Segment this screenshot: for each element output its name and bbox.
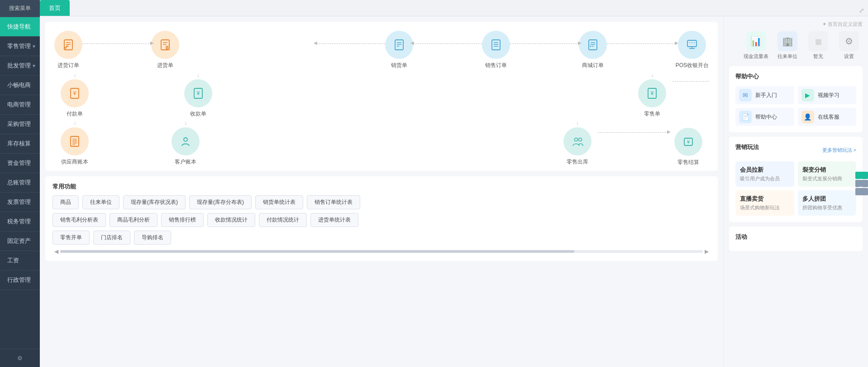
- quicknav-contacts[interactable]: 🏢 往来单位: [776, 31, 799, 60]
- func-btn-stock-status[interactable]: 现存量(库存状况表): [123, 195, 186, 209]
- chevron-icon: ▼: [32, 63, 36, 68]
- flow-label-sales: 销货单: [391, 62, 407, 69]
- scroll-right-btn[interactable]: ▶: [703, 248, 711, 255]
- expand-icon[interactable]: ⤢: [855, 5, 868, 16]
- flow-label-purchase-order: 进货订单: [57, 62, 79, 69]
- flow-label-sales-order: 销售订单: [485, 62, 507, 69]
- sidebar-item-ecommerce[interactable]: 电商管理: [0, 95, 40, 115]
- flow-circle-shop-order[interactable]: [579, 31, 607, 59]
- quicknav-row: 📊 现金流量表 🏢 往来单位 ▦ 暂无 ⚙ 设置: [729, 31, 863, 60]
- help-video-label: 视频学习: [818, 92, 839, 99]
- flow-card: 进货订单 进货单: [45, 22, 718, 171]
- flow-circle-sales[interactable]: [385, 31, 413, 59]
- scrollbar-row: ◀ ▶: [52, 248, 711, 255]
- svg-text:¥: ¥: [196, 90, 200, 97]
- func-btn-profit-analysis[interactable]: 销售毛利分析表: [52, 213, 106, 227]
- svg-text:¥: ¥: [687, 139, 690, 145]
- float-btn-community[interactable]: 服务社区: [855, 180, 868, 187]
- flow-circle-sales-order[interactable]: [482, 31, 510, 59]
- main-area: 首页 ⤢ 进货订单: [40, 0, 868, 367]
- search-menu-button[interactable]: 搜索菜单: [0, 0, 40, 17]
- flow-circle-retail[interactable]: ¥: [638, 79, 666, 107]
- sidebar-item-tax[interactable]: 税务管理: [0, 212, 40, 232]
- sidebar-item-finance[interactable]: 资金管理: [0, 154, 40, 173]
- sidebar-item-wholesale[interactable]: 批发管理 ▼: [0, 56, 40, 76]
- func-btn-order-stat[interactable]: 销售订单统计表: [307, 195, 360, 209]
- flow-circle-pos[interactable]: [678, 31, 706, 59]
- sidebar-item-payroll[interactable]: 工资: [0, 251, 40, 270]
- flow-circle-payment[interactable]: ¥: [61, 79, 89, 107]
- func-btn-sales-rank[interactable]: 销售排行榜: [161, 213, 204, 227]
- func-btn-payment-stat[interactable]: 付款情况统计: [259, 213, 307, 227]
- float-btn-hotline[interactable]: 客服热线: [855, 172, 868, 179]
- tab-bar: 首页 ⤢: [40, 0, 868, 16]
- quicknav-cashflow[interactable]: 📊 现金流量表: [744, 31, 768, 60]
- sidebar-item-purchase[interactable]: 采购管理: [0, 115, 40, 134]
- flow-arrow-2: [316, 43, 385, 44]
- tab-home[interactable]: 首页: [40, 0, 70, 16]
- center-panel: 进货订单 进货单: [40, 16, 723, 367]
- svg-rect-12: [492, 40, 500, 50]
- sidebar-item-inventory[interactable]: 库存核算: [0, 134, 40, 154]
- flow-circle-supplier[interactable]: [61, 127, 89, 155]
- marketing-item-member[interactable]: 会员拉新 吸引用户成为会员: [735, 161, 794, 187]
- flow-node-pos: POS收银开台: [676, 31, 709, 69]
- svg-text:¥: ¥: [73, 90, 76, 97]
- quicknav-settings[interactable]: ⚙ 设置: [837, 31, 861, 60]
- func-btn-goods[interactable]: 商品: [52, 195, 79, 209]
- marketing-grid: 会员拉新 吸引用户成为会员 裂变分销 裂变式发展分销商 直播卖货 场景式购物新玩…: [735, 161, 856, 216]
- func-btn-sales-stat[interactable]: 销货单统计表: [255, 195, 303, 209]
- scroll-left-btn[interactable]: ◀: [52, 248, 60, 255]
- help-item-service[interactable]: 👤 在线客服: [798, 108, 857, 126]
- flow-circle-customer[interactable]: [172, 127, 200, 155]
- marketing-item-live[interactable]: 直播卖货 场景式购物新玩法: [735, 190, 794, 216]
- marketing-more-link[interactable]: 更多营销玩法 >: [822, 147, 856, 154]
- marketing-live-desc: 场景式购物新玩法: [740, 204, 790, 211]
- func-btn-retail-order[interactable]: 零售开单: [52, 231, 90, 245]
- settings-icon: ⚙: [839, 31, 859, 51]
- help-item-beginner[interactable]: ✉ 新手入门: [735, 86, 794, 104]
- homepage-settings-link[interactable]: ✦ 首页自定义设置: [729, 21, 863, 28]
- help-item-video[interactable]: ▶ 视频学习: [798, 86, 857, 104]
- help-doc-icon: 📄: [739, 111, 752, 123]
- sidebar-item-ecommerce-small[interactable]: 小畅电商: [0, 76, 40, 95]
- func-btn-receipt-stat[interactable]: 收款情况统计: [207, 213, 255, 227]
- sidebar-item-admin[interactable]: 行政管理: [0, 270, 40, 290]
- flow-node-purchase-order: 进货订单: [54, 31, 82, 69]
- svg-text:¥: ¥: [650, 90, 654, 97]
- flow-circle-purchase[interactable]: [151, 31, 179, 59]
- marketing-item-group[interactable]: 多人拼团 拼团购物享受优惠: [798, 190, 857, 216]
- func-btn-purchase-stat[interactable]: 进货单统计表: [310, 213, 358, 227]
- flow-circle-purchase-order[interactable]: [54, 31, 82, 59]
- sidebar-item-assets[interactable]: 固定资产: [0, 232, 40, 251]
- flow-node-sales-order: 销售订单: [482, 31, 510, 69]
- func-btn-guide-rank[interactable]: 导购排名: [134, 231, 171, 245]
- svg-rect-33: [71, 136, 79, 146]
- gear-icon: ⚙: [17, 355, 23, 362]
- help-help-label: 帮助中心: [755, 113, 777, 121]
- help-item-help[interactable]: 📄 帮助中心: [735, 108, 794, 126]
- flow-arrow-3: [413, 43, 482, 44]
- marketing-item-fission[interactable]: 裂变分销 裂变式发展分销商: [798, 161, 857, 187]
- sidebar-settings-button[interactable]: ⚙: [0, 349, 40, 367]
- flow-arrow-5: [607, 43, 676, 44]
- func-btn-contacts[interactable]: 往来单位: [82, 195, 119, 209]
- svg-rect-8: [395, 40, 403, 50]
- flow-circle-receipt[interactable]: ¥: [184, 79, 212, 107]
- func-btn-goods-profit[interactable]: 商品毛利分析: [110, 213, 157, 227]
- flow-circle-retail-out[interactable]: [563, 127, 591, 155]
- flow-label-receipt: 收款单: [190, 110, 206, 118]
- float-btn-desktop[interactable]: 桌面快捷: [855, 188, 868, 195]
- func-btn-store-rank[interactable]: 门店排名: [93, 231, 130, 245]
- sidebar-item-quicknav[interactable]: 快捷导航: [0, 17, 40, 37]
- sidebar-item-ledger[interactable]: 总账管理: [0, 173, 40, 193]
- svg-point-40: [574, 138, 577, 141]
- sidebar-item-invoice[interactable]: 发票管理: [0, 193, 40, 212]
- svg-point-39: [184, 138, 187, 141]
- flow-circle-retail-settle[interactable]: ¥: [674, 128, 702, 156]
- marketing-member-title: 会员拉新: [740, 166, 790, 174]
- right-panel: ✦ 首页自定义设置 📊 现金流量表 🏢 往来单位 ▦ 暂无 ⚙ 设置: [723, 16, 868, 367]
- scrollbar-track[interactable]: [60, 250, 703, 253]
- func-btn-stock-dist[interactable]: 现存量(库存分布表): [189, 195, 252, 209]
- sidebar-item-retail[interactable]: 零售管理 ▼: [0, 37, 40, 56]
